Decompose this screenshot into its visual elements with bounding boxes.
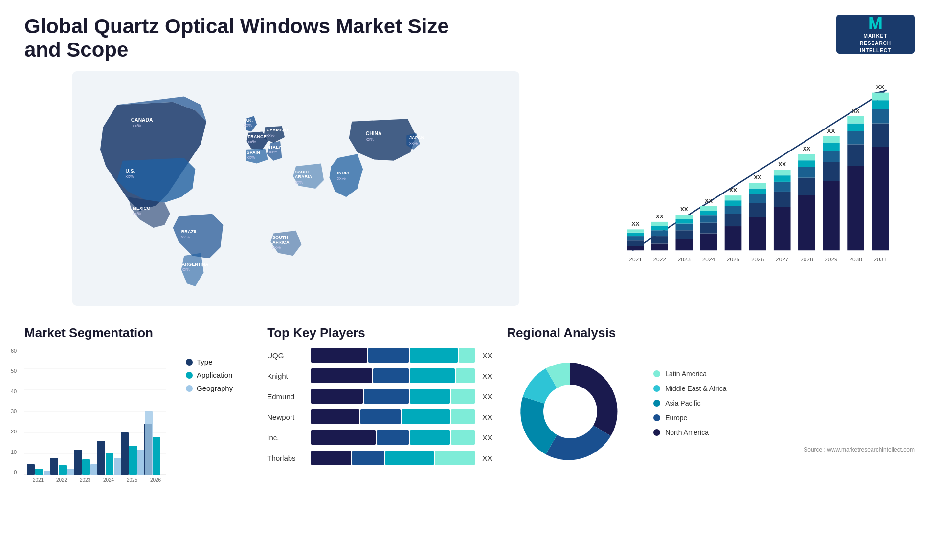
svg-text:XX: XX xyxy=(803,145,810,152)
player-xx-edmund: XX xyxy=(482,392,492,401)
legend-label-application: Application xyxy=(197,371,232,379)
svg-rect-91 xyxy=(823,181,840,250)
svg-rect-119 xyxy=(27,464,35,475)
svg-text:INDIA: INDIA xyxy=(337,171,350,175)
svg-rect-94 xyxy=(823,143,840,151)
top-section: CANADA xx% U.S. xx% MEXICO xx% BRAZIL xx… xyxy=(24,71,915,306)
svg-rect-49 xyxy=(675,239,693,250)
regional-section: Regional Analysis xyxy=(507,325,915,492)
reg-legend-middle-east: Middle East & Africa xyxy=(653,385,915,392)
svg-text:xx%: xx% xyxy=(248,139,256,144)
reg-label-europe: Europe xyxy=(665,414,687,422)
svg-text:MEXICO: MEXICO xyxy=(133,206,150,211)
svg-rect-129 xyxy=(90,464,98,475)
svg-text:XX: XX xyxy=(680,206,688,213)
player-xx-uqg: XX xyxy=(482,351,492,360)
svg-text:2023: 2023 xyxy=(678,256,691,263)
svg-rect-56 xyxy=(700,234,717,251)
svg-rect-77 xyxy=(774,207,791,250)
svg-rect-51 xyxy=(675,224,693,231)
svg-rect-46 xyxy=(651,222,668,226)
svg-rect-36 xyxy=(627,240,644,246)
reg-label-latin-america: Latin America xyxy=(665,370,707,378)
svg-rect-63 xyxy=(725,226,742,250)
svg-text:XX: XX xyxy=(852,108,860,114)
svg-rect-85 xyxy=(798,178,815,195)
svg-text:2030: 2030 xyxy=(849,256,862,263)
svg-rect-60 xyxy=(700,206,717,211)
player-xx-inc: XX xyxy=(482,433,492,442)
svg-point-144 xyxy=(543,385,597,438)
player-xx-thorlabs: XX xyxy=(482,454,492,462)
svg-rect-58 xyxy=(700,215,717,223)
svg-rect-108 xyxy=(872,100,889,109)
svg-rect-123 xyxy=(50,458,58,475)
y-label-60: 60 xyxy=(11,348,17,354)
svg-text:2022: 2022 xyxy=(653,256,666,263)
svg-rect-125 xyxy=(67,469,75,475)
player-row-knight: Knight XX xyxy=(267,368,492,383)
player-bar-edmund xyxy=(311,389,475,404)
svg-text:2025: 2025 xyxy=(727,256,740,263)
svg-text:xx%: xx% xyxy=(272,245,281,250)
player-row-inc: Inc. XX xyxy=(267,430,492,445)
reg-legend-latin-america: Latin America xyxy=(653,370,915,378)
svg-rect-95 xyxy=(823,136,840,143)
reg-dot-middle-east xyxy=(653,385,660,392)
svg-rect-135 xyxy=(121,432,129,475)
y-label-20: 20 xyxy=(11,429,17,434)
regional-legend: Latin America Middle East & Africa Asia … xyxy=(653,370,915,453)
svg-text:XX: XX xyxy=(754,174,761,181)
growth-chart: XX 2021 XX 2022 XX 2023 xyxy=(582,71,915,306)
reg-label-north-america: North America xyxy=(665,429,709,436)
logo-box: M MARKET RESEARCH INTELLECT xyxy=(836,15,915,54)
svg-rect-38 xyxy=(627,233,644,236)
svg-rect-137 xyxy=(137,450,145,475)
svg-rect-86 xyxy=(798,167,815,178)
svg-text:2024: 2024 xyxy=(702,256,715,263)
svg-text:SOUTH: SOUTH xyxy=(272,235,288,240)
svg-text:xx%: xx% xyxy=(133,123,141,128)
source-text: Source : www.marketresearchintellect.com xyxy=(653,446,915,453)
reg-legend-north-america: North America xyxy=(653,429,915,436)
svg-rect-99 xyxy=(847,144,864,166)
svg-rect-65 xyxy=(725,206,742,214)
logo-text-line1: MARKET xyxy=(860,32,891,40)
page-title: Global Quartz Optical Windows Market Siz… xyxy=(24,15,465,62)
svg-rect-132 xyxy=(106,453,113,475)
svg-text:GERMANY: GERMANY xyxy=(266,128,289,132)
svg-text:SPAIN: SPAIN xyxy=(246,150,260,155)
svg-text:CANADA: CANADA xyxy=(131,117,153,123)
logo-letter: M xyxy=(860,15,891,32)
player-name-newport: Newport xyxy=(267,413,306,421)
svg-text:XX: XX xyxy=(632,220,640,227)
svg-text:XX: XX xyxy=(778,161,786,168)
svg-text:xx%: xx% xyxy=(337,176,346,181)
svg-rect-64 xyxy=(725,214,742,227)
svg-text:2026: 2026 xyxy=(150,477,161,483)
page-header: Global Quartz Optical Windows Market Siz… xyxy=(24,15,915,62)
svg-text:2023: 2023 xyxy=(80,477,91,483)
svg-text:2022: 2022 xyxy=(56,477,67,483)
bottom-section: Market Segmentation 60 50 40 30 20 10 0 xyxy=(24,325,915,492)
player-xx-newport: XX xyxy=(482,413,492,421)
svg-text:FRANCE: FRANCE xyxy=(248,134,267,139)
svg-text:AFRICA: AFRICA xyxy=(272,240,290,245)
svg-rect-37 xyxy=(627,236,644,240)
svg-text:ARABIA: ARABIA xyxy=(295,174,313,179)
reg-label-middle-east: Middle East & Africa xyxy=(665,385,726,392)
svg-text:2029: 2029 xyxy=(825,256,838,263)
svg-text:xx%: xx% xyxy=(182,267,190,272)
svg-rect-73 xyxy=(749,189,766,194)
svg-rect-57 xyxy=(700,223,717,234)
svg-rect-107 xyxy=(872,109,889,123)
svg-text:CHINA: CHINA xyxy=(366,131,382,136)
reg-legend-asia-pacific: Asia Pacific xyxy=(653,399,915,407)
svg-rect-93 xyxy=(823,151,840,162)
svg-text:JAPAN: JAPAN xyxy=(409,135,424,140)
player-bar-knight xyxy=(311,368,475,383)
segmentation-section: Market Segmentation 60 50 40 30 20 10 0 xyxy=(24,325,233,492)
svg-text:2028: 2028 xyxy=(800,256,813,263)
svg-rect-52 xyxy=(675,219,693,223)
svg-rect-136 xyxy=(129,446,137,475)
